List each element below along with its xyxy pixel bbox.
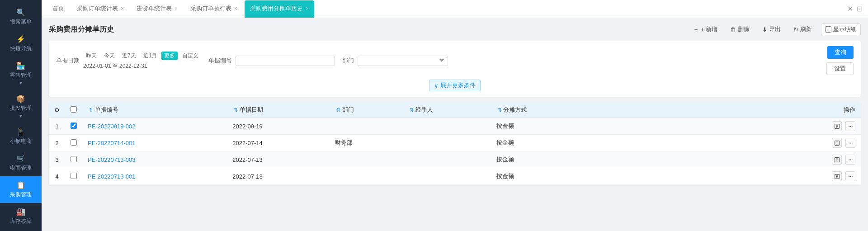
dept-select[interactable]: 财务部	[358, 56, 448, 66]
row-checkbox-1[interactable]	[71, 139, 77, 146]
show-cols-checkbox[interactable]	[825, 26, 831, 33]
row-dept-2	[330, 151, 403, 168]
expand-tabs-icon[interactable]: ⊡	[857, 5, 863, 13]
filter-settings-button[interactable]: 设置	[826, 62, 854, 75]
sidebar-item-quicknav[interactable]: ⚡ 快捷导航	[0, 30, 42, 57]
tab-purchase-fee-history[interactable]: 采购费用分摊单历史 ×	[245, 0, 314, 18]
sidebar-item-label: 电商管理	[10, 164, 32, 172]
svg-point-11	[849, 142, 849, 143]
order-no-link-2[interactable]: PE-20220713-003	[88, 156, 136, 163]
th-handler: ⇅ 经手人	[403, 102, 491, 118]
tab-close-purchase-fee-history[interactable]: ×	[306, 5, 309, 12]
row-checkbox-2[interactable]	[71, 156, 77, 162]
dept-filter-item: 部门 财务部	[342, 56, 448, 66]
row-checkbox-cell	[65, 135, 82, 151]
tab-purchase-order-stats[interactable]: 采购订单统计表 ×	[71, 0, 129, 18]
shortcut-yesterday[interactable]: 昨天	[83, 52, 99, 60]
th-date: ⇅ 单据日期	[227, 102, 330, 118]
row-handler-0	[403, 118, 491, 135]
row-gear-cell: 3	[49, 151, 65, 168]
tab-inbound-stats[interactable]: 进货单统计表 ×	[131, 0, 183, 18]
tab-close-purchase-exec[interactable]: ×	[234, 5, 237, 12]
row-checkbox-cell	[65, 151, 82, 168]
shortcut-more[interactable]: 更多	[161, 52, 178, 60]
tab-close-inbound-stats[interactable]: ×	[175, 5, 178, 12]
date-range-display: 2022-01-01 至 2022-12-31	[83, 62, 201, 70]
shortcut-1month[interactable]: 近1月	[141, 52, 160, 60]
table-row: 1 PE-20220919-002 2022-09-19 按金额	[49, 118, 861, 135]
search-icon: 🔍	[16, 8, 25, 17]
sidebar-item-wholesale[interactable]: 📦 批发管理 ▼	[0, 90, 42, 123]
add-button[interactable]: ＋ + 新增	[689, 24, 721, 35]
sidebar-item-label: 库存核算	[10, 217, 32, 225]
tab-bar-actions: ✕ ⊡	[847, 5, 863, 13]
sidebar-item-ecommerce[interactable]: 🛒 电商管理	[0, 150, 42, 176]
svg-point-6	[851, 126, 852, 127]
chevron-down-icon: ▼	[19, 80, 23, 85]
wholesale-icon: 📦	[16, 94, 25, 103]
sidebar-item-search[interactable]: 🔍 搜索菜单	[0, 4, 42, 30]
more-op-icon-0[interactable]	[845, 121, 855, 131]
th-dept: ⇅ 部门	[330, 102, 403, 118]
refresh-button[interactable]: ↻ 刷新	[790, 24, 816, 35]
delete-label: 删除	[738, 25, 750, 33]
more-op-icon-1[interactable]	[845, 138, 855, 148]
tab-bar: 首页 采购订单统计表 × 进货单统计表 × 采购订单执行表 × 采购费用分摊单历…	[42, 0, 868, 18]
th-order-no: ⇅ 单据编号	[82, 102, 227, 118]
header-actions: ＋ + 新增 🗑 删除 ⬇ 导出 ↻ 刷新 显示明细	[689, 24, 861, 35]
sidebar-item-label: 零售管理	[10, 71, 32, 79]
view-op-icon-3[interactable]	[832, 171, 842, 181]
order-no-link-1[interactable]: PE-20220714-001	[88, 140, 136, 146]
delete-button[interactable]: 🗑 删除	[726, 24, 753, 35]
th-handler-label: 经手人	[415, 106, 433, 113]
th-ops-label: 操作	[844, 106, 855, 113]
sidebar-item-miniapp[interactable]: 📱 小畅电商	[0, 123, 42, 150]
close-all-tabs-icon[interactable]: ✕	[847, 5, 853, 13]
show-cols-button[interactable]: 显示明细	[821, 24, 861, 35]
th-dept-sort-icon: ⇅	[336, 107, 340, 113]
order-no-input[interactable]	[236, 56, 335, 66]
row-gear-cell: 2	[49, 135, 65, 151]
view-op-icon-1[interactable]	[832, 138, 842, 148]
view-op-icon-0[interactable]	[832, 121, 842, 131]
tab-close-purchase-order-stats[interactable]: ×	[121, 5, 124, 12]
row-dept-1: 财务部	[330, 135, 403, 151]
th-date-label: 单据日期	[240, 106, 263, 113]
tab-home[interactable]: 首页	[47, 0, 70, 18]
page-header: 采购费用分摊单历史 ＋ + 新增 🗑 删除 ⬇ 导出 ↻ 刷新	[49, 24, 861, 35]
row-handler-2	[403, 151, 491, 168]
row-split-method-0: 按金额	[491, 118, 816, 135]
sidebar-item-retail[interactable]: 🏪 零售管理 ▼	[0, 57, 42, 90]
expand-conditions-button[interactable]: ∨ 展开更多条件	[429, 80, 481, 91]
row-checkbox-0[interactable]	[71, 123, 77, 129]
row-date-0: 2022-09-19	[227, 118, 330, 135]
tab-purchase-exec[interactable]: 采购订单执行表 ×	[185, 0, 243, 18]
more-op-icon-2[interactable]	[845, 155, 855, 165]
more-op-icon-3[interactable]	[845, 171, 855, 181]
order-no-link-3[interactable]: PE-20220713-001	[88, 173, 136, 180]
add-label: + 新增	[701, 25, 717, 33]
export-button[interactable]: ⬇ 导出	[759, 24, 784, 35]
th-handler-sort-icon: ⇅	[410, 107, 414, 113]
row-gear-cell: 4	[49, 168, 65, 185]
row-ops-3	[816, 168, 861, 185]
gear-icon[interactable]: ⚙	[54, 107, 60, 113]
sidebar-item-label: 小畅电商	[10, 137, 32, 145]
sidebar-item-inventory[interactable]: 🏭 库存核算	[0, 203, 42, 230]
svg-point-13	[851, 142, 852, 143]
shortcut-7days[interactable]: 近7天	[119, 52, 139, 60]
view-op-icon-2[interactable]	[832, 155, 842, 165]
row-split-method-2: 按金额	[491, 151, 816, 168]
main-content: 首页 采购订单统计表 × 进货单统计表 × 采购订单执行表 × 采购费用分摊单历…	[42, 0, 868, 231]
sidebar-item-purchase[interactable]: 📋 采购管理	[0, 176, 42, 203]
tab-purchase-fee-history-label: 采购费用分摊单历史	[250, 5, 303, 13]
shortcut-today[interactable]: 今天	[101, 52, 118, 60]
select-all-checkbox[interactable]	[71, 106, 77, 113]
page-container: 采购费用分摊单历史 ＋ + 新增 🗑 删除 ⬇ 导出 ↻ 刷新	[42, 18, 868, 231]
row-checkbox-3[interactable]	[71, 173, 77, 179]
search-button[interactable]: 查询	[827, 46, 854, 59]
chevron-down-icon: ▼	[19, 113, 23, 118]
order-no-link-0[interactable]: PE-20220919-002	[88, 123, 136, 130]
filter-actions: 查询 设置	[826, 46, 854, 75]
shortcut-custom[interactable]: 自定义	[179, 52, 201, 60]
